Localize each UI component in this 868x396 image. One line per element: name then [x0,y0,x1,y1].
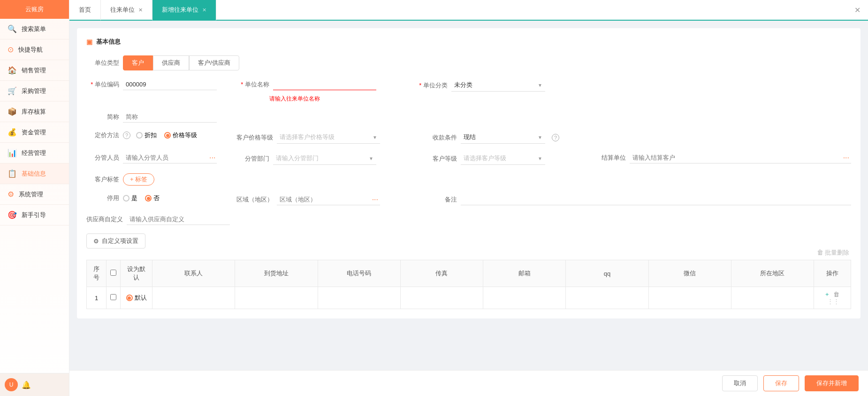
finance-icon: 💰 [8,128,17,137]
unit-code-input[interactable] [123,79,217,90]
save-button[interactable]: 保存 [763,375,799,391]
chevron-down-icon: ▼ [538,156,542,161]
batch-delete-label: 批量删除 [825,249,849,256]
row-checkbox[interactable] [110,294,116,300]
customer-level-field: 客户等级 请选择客户等级 ▼ [424,152,584,165]
customer-price-level-placeholder: 请选择客户价格等级 [280,133,371,141]
settlement-input[interactable] [630,152,841,163]
unit-code-field: 单位编码 [86,79,236,90]
qq-input[interactable] [570,295,644,302]
purchase-icon: 🛒 [8,86,17,95]
pricing-method-field: 定价方法 ? 折扣 价格等级 [86,131,236,140]
add-tag-button[interactable]: + 标签 [123,173,154,186]
sidebar-item-system[interactable]: ⚙ 系统管理 [0,184,69,205]
unit-type-label: 单位类型 [86,59,119,67]
radio-no[interactable]: 否 [145,194,160,202]
custom-settings-button[interactable]: ⚙ 自定义项设置 [86,233,145,248]
sidebar-item-operations[interactable]: 📊 经营管理 [0,143,69,163]
cancel-button[interactable]: 取消 [722,375,758,391]
sidebar-item-quick-nav[interactable]: ⊙ 快捷导航 [0,39,69,60]
radio-default[interactable]: 默认 [124,294,148,302]
remarks-field: 备注 [424,194,851,205]
remarks-input[interactable] [461,194,851,205]
address-input[interactable] [239,295,313,302]
manager-input[interactable] [123,152,207,163]
department-select[interactable]: 请输入分管部门 ▼ [273,152,376,165]
region-more-btn[interactable]: ··· [370,195,380,204]
customer-price-level-field: 客户价格等级 请选择客户价格等级 ▼ [236,131,415,144]
search-icon: 🔍 [8,24,17,33]
tab-partners-close[interactable]: ✕ [138,7,143,13]
sidebar-item-basic[interactable]: 📋 基础信息 [0,163,69,184]
region-cell-input[interactable] [735,295,810,302]
inventory-icon: 📦 [8,107,17,116]
customer-level-select[interactable]: 请选择客户等级 ▼ [461,152,545,165]
phone-input[interactable] [322,295,396,302]
col-address: 到货地址 [235,260,318,287]
customer-level-label: 客户等级 [424,155,457,163]
payment-terms-select[interactable]: 现结 ▼ [461,131,545,144]
save-new-button[interactable]: 保存并新增 [805,375,859,391]
sidebar: 云账房 🔍 搜索菜单 ⊙ 快捷导航 🏠 销售管理 🛒 采购管理 📦 库存核算 💰… [0,0,69,396]
sidebar-item-search[interactable]: 🔍 搜索菜单 [0,19,69,39]
radio-yes[interactable]: 是 [123,194,137,202]
wechat-input[interactable] [653,295,727,302]
radio-dot [147,197,150,200]
btn-both[interactable]: 客户/供应商 [189,55,239,70]
tab-new-partner-close[interactable]: ✕ [202,7,206,13]
notification-icon[interactable]: 🔔 [22,380,31,389]
customer-tag-row: 客户标签 + 标签 [86,173,851,186]
window-close-button[interactable]: ✕ [847,0,868,20]
email-input[interactable] [487,295,562,302]
tab-new-partner[interactable]: 新增往来单位 ✕ [152,0,216,20]
unit-name-input[interactable] [273,79,376,90]
add-row-btn[interactable]: + [825,291,829,298]
supplier-custom-input[interactable] [127,214,230,225]
unit-type-row: 单位类型 客户 供应商 客户/供应商 [86,55,851,70]
select-all-checkbox[interactable] [110,270,116,276]
sidebar-item-purchase[interactable]: 🛒 采购管理 [0,81,69,101]
pricing-help-icon[interactable]: ? [123,132,130,139]
sidebar-item-inventory[interactable]: 📦 库存核算 [0,101,69,122]
sidebar-item-sales[interactable]: 🏠 销售管理 [0,60,69,81]
manager-label: 分管人员 [86,154,119,162]
region-input[interactable] [277,194,370,205]
tab-partners[interactable]: 往来单位 ✕ [101,0,152,20]
sidebar-item-guide[interactable]: 🎯 新手引导 [0,205,69,225]
payment-help-icon[interactable]: ? [552,134,559,141]
radio-discount[interactable]: 折扣 [136,131,157,140]
radio-circle-price-level [164,132,171,139]
tab-home[interactable]: 首页 [69,0,101,20]
payment-terms-field: 收款条件 现结 ▼ ? [424,131,584,144]
short-name-input[interactable] [123,111,217,123]
radio-price-level[interactable]: 价格等级 [164,131,197,140]
btn-supplier[interactable]: 供应商 [153,55,189,70]
contact-input[interactable] [156,295,231,302]
col-default [107,260,121,287]
guide-icon: 🎯 [8,210,17,219]
customer-price-level-select[interactable]: 请选择客户价格等级 ▼ [277,131,380,144]
custom-settings-row: ⚙ 自定义项设置 [86,233,851,248]
sidebar-item-label: 新手引导 [22,211,46,219]
cell-phone [318,287,400,309]
chevron-down-icon: ▼ [373,135,377,140]
settings-icon: ⚙ [93,238,99,245]
sidebar-footer: U 🔔 [0,373,69,396]
sidebar-item-finance[interactable]: 💰 资金管理 [0,122,69,143]
unit-category-select[interactable]: 未分类 ▼ [451,79,545,92]
fax-input[interactable] [404,295,479,302]
system-icon: ⚙ [8,190,14,199]
short-name-label: 简称 [86,113,119,121]
sidebar-item-label: 基础信息 [22,170,46,178]
btn-customer[interactable]: 客户 [123,55,153,70]
region-input-group: ··· [277,194,380,205]
unit-category-value: 未分类 [454,81,536,89]
delete-row-btn[interactable]: 🗑 [833,291,839,298]
drag-handle[interactable]: ⋮⋮ [827,298,839,305]
pricing-radio-group: 折扣 价格等级 [136,131,197,140]
settlement-input-group: ··· [630,152,851,163]
chevron-down-icon: ▼ [369,156,373,161]
col-set-default: 设为默认 [121,260,152,287]
settlement-more-btn[interactable]: ··· [841,154,851,162]
manager-more-btn[interactable]: ··· [207,154,217,162]
